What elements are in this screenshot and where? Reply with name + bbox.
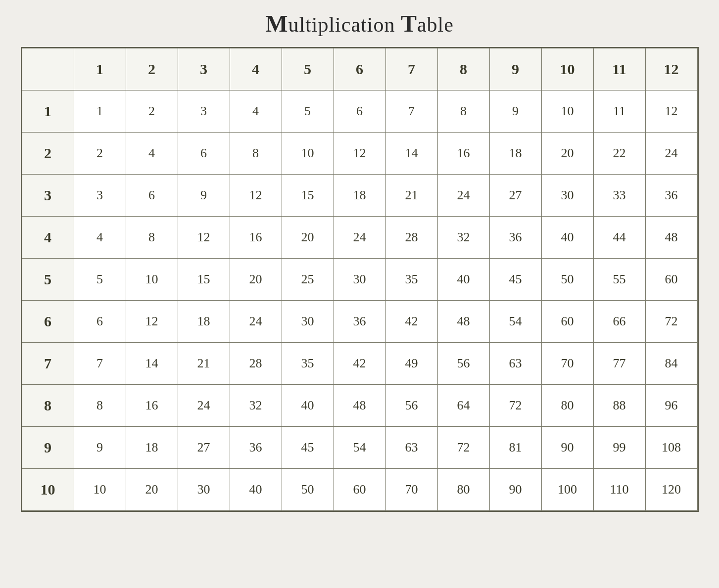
cell-8-5: 40 bbox=[282, 385, 334, 427]
cell-3-2: 6 bbox=[126, 175, 178, 217]
row-header-2: 2 bbox=[22, 133, 74, 175]
cell-1-4: 4 bbox=[230, 90, 282, 133]
cell-3-12: 36 bbox=[645, 175, 697, 217]
row-header-9: 9 bbox=[22, 427, 74, 469]
cell-4-8: 32 bbox=[437, 217, 489, 259]
row-header-1: 1 bbox=[22, 90, 74, 133]
col-header-9: 9 bbox=[489, 48, 541, 90]
col-header-11: 11 bbox=[593, 48, 645, 90]
cell-7-11: 77 bbox=[593, 343, 645, 385]
multiplication-table-wrapper: 1234567891011121123456789101112224681012… bbox=[21, 47, 699, 512]
col-header-6: 6 bbox=[334, 48, 385, 90]
cell-8-11: 88 bbox=[593, 385, 645, 427]
cell-6-11: 66 bbox=[593, 301, 645, 343]
cell-2-2: 4 bbox=[126, 133, 178, 175]
cell-6-1: 6 bbox=[74, 301, 126, 343]
row-header-7: 7 bbox=[22, 343, 74, 385]
cell-4-10: 40 bbox=[541, 217, 593, 259]
cell-9-10: 90 bbox=[541, 427, 593, 469]
cell-5-9: 45 bbox=[489, 259, 541, 301]
title-rest1: ultiplication bbox=[288, 13, 400, 36]
cell-1-12: 12 bbox=[645, 90, 697, 133]
cell-10-5: 50 bbox=[282, 469, 334, 511]
cell-2-5: 10 bbox=[282, 133, 334, 175]
cell-6-8: 48 bbox=[437, 301, 489, 343]
row-header-3: 3 bbox=[22, 175, 74, 217]
cell-3-10: 30 bbox=[541, 175, 593, 217]
cell-3-6: 18 bbox=[334, 175, 385, 217]
title-bold-m: M bbox=[265, 10, 288, 37]
row-header-8: 8 bbox=[22, 385, 74, 427]
cell-3-4: 12 bbox=[230, 175, 282, 217]
cell-5-3: 15 bbox=[178, 259, 230, 301]
cell-7-8: 56 bbox=[437, 343, 489, 385]
cell-1-2: 2 bbox=[126, 90, 178, 133]
cell-2-6: 12 bbox=[334, 133, 385, 175]
cell-6-3: 18 bbox=[178, 301, 230, 343]
table-row: 1123456789101112 bbox=[22, 90, 697, 133]
cell-10-8: 80 bbox=[437, 469, 489, 511]
cell-4-1: 4 bbox=[74, 217, 126, 259]
cell-10-10: 100 bbox=[541, 469, 593, 511]
cell-9-12: 108 bbox=[645, 427, 697, 469]
cell-4-4: 16 bbox=[230, 217, 282, 259]
cell-1-1: 1 bbox=[74, 90, 126, 133]
col-header-8: 8 bbox=[437, 48, 489, 90]
cell-2-1: 2 bbox=[74, 133, 126, 175]
cell-5-1: 5 bbox=[74, 259, 126, 301]
table-row: 661218243036424854606672 bbox=[22, 301, 697, 343]
cell-3-9: 27 bbox=[489, 175, 541, 217]
col-header-2: 2 bbox=[126, 48, 178, 90]
cell-7-7: 49 bbox=[385, 343, 437, 385]
cell-1-11: 11 bbox=[593, 90, 645, 133]
cell-8-12: 96 bbox=[645, 385, 697, 427]
cell-10-6: 60 bbox=[334, 469, 385, 511]
cell-10-1: 10 bbox=[74, 469, 126, 511]
cell-5-4: 20 bbox=[230, 259, 282, 301]
col-header-7: 7 bbox=[385, 48, 437, 90]
cell-4-5: 20 bbox=[282, 217, 334, 259]
cell-2-11: 22 bbox=[593, 133, 645, 175]
cell-7-4: 28 bbox=[230, 343, 282, 385]
row-header-5: 5 bbox=[22, 259, 74, 301]
cell-3-7: 21 bbox=[385, 175, 437, 217]
title-rest2: able bbox=[417, 13, 454, 36]
cell-6-5: 30 bbox=[282, 301, 334, 343]
cell-5-2: 10 bbox=[126, 259, 178, 301]
title-bold-t: T bbox=[401, 10, 417, 37]
cell-5-11: 55 bbox=[593, 259, 645, 301]
cell-8-7: 56 bbox=[385, 385, 437, 427]
cell-9-4: 36 bbox=[230, 427, 282, 469]
row-header-10: 10 bbox=[22, 469, 74, 511]
cell-4-7: 28 bbox=[385, 217, 437, 259]
cell-4-2: 8 bbox=[126, 217, 178, 259]
cell-2-4: 8 bbox=[230, 133, 282, 175]
cell-8-9: 72 bbox=[489, 385, 541, 427]
cell-3-3: 9 bbox=[178, 175, 230, 217]
cell-7-3: 21 bbox=[178, 343, 230, 385]
cell-2-7: 14 bbox=[385, 133, 437, 175]
multiplication-table: 1234567891011121123456789101112224681012… bbox=[22, 48, 698, 511]
table-row: 9918273645546372819099108 bbox=[22, 427, 697, 469]
cell-10-7: 70 bbox=[385, 469, 437, 511]
row-header-4: 4 bbox=[22, 217, 74, 259]
cell-4-11: 44 bbox=[593, 217, 645, 259]
cell-7-6: 42 bbox=[334, 343, 385, 385]
table-row: 771421283542495663707784 bbox=[22, 343, 697, 385]
cell-9-2: 18 bbox=[126, 427, 178, 469]
cell-7-9: 63 bbox=[489, 343, 541, 385]
cell-8-1: 8 bbox=[74, 385, 126, 427]
row-header-6: 6 bbox=[22, 301, 74, 343]
cell-3-8: 24 bbox=[437, 175, 489, 217]
cell-3-5: 15 bbox=[282, 175, 334, 217]
cell-9-6: 54 bbox=[334, 427, 385, 469]
cell-9-1: 9 bbox=[74, 427, 126, 469]
cell-2-10: 20 bbox=[541, 133, 593, 175]
cell-8-6: 48 bbox=[334, 385, 385, 427]
cell-1-6: 6 bbox=[334, 90, 385, 133]
table-row: 10102030405060708090100110120 bbox=[22, 469, 697, 511]
cell-2-8: 16 bbox=[437, 133, 489, 175]
cell-4-6: 24 bbox=[334, 217, 385, 259]
cell-10-9: 90 bbox=[489, 469, 541, 511]
cell-9-11: 99 bbox=[593, 427, 645, 469]
